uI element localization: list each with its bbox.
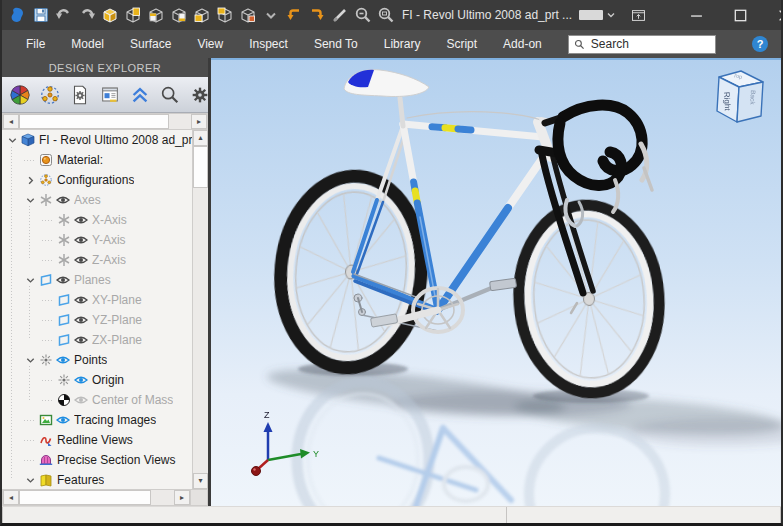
viewport-toggle-button[interactable] [616,0,660,30]
settings-button[interactable] [186,81,213,109]
cube-copy-button[interactable] [213,3,236,27]
layout-button[interactable] [96,81,123,109]
help-button[interactable]: ? [752,36,768,52]
cube-doc2-button[interactable] [167,3,190,27]
tree-item-features[interactable]: Features [2,470,192,489]
menu-library[interactable]: Library [371,30,434,58]
view-cube-right-label[interactable]: Back [749,90,757,106]
eye-icon[interactable] [72,374,89,386]
collapse-all-button[interactable] [126,81,153,109]
corner-undo-button[interactable] [282,3,305,27]
tree-item-z-axis[interactable]: Z-Axis [2,250,192,270]
menu-inspect[interactable]: Inspect [236,30,301,58]
cube-new-button[interactable] [98,3,121,27]
scroll-up-button[interactable]: ▴ [193,130,208,146]
chevron-down-button[interactable] [259,3,282,27]
eye-icon[interactable] [54,354,71,366]
tree-item-center-of-mass[interactable]: Center of Mass [2,390,192,410]
point-icon [37,353,54,368]
triad-z-label: Z [264,410,270,420]
tree-connector [24,440,36,441]
collapse-icon[interactable] [24,474,36,486]
tree-item-points[interactable]: Points [2,350,192,370]
measure-button[interactable] [328,3,351,27]
eye-icon[interactable] [72,234,89,246]
tree-item-configurations[interactable]: Configurations [2,170,192,190]
scrollbar-track [151,490,174,505]
eye-icon[interactable] [72,254,89,266]
cube-save-button[interactable] [190,3,213,27]
tree-horizontal-scrollbar[interactable]: ◂ ▸ [2,489,190,506]
tree-vertical-scrollbar[interactable]: ▴ ▾ [192,130,208,489]
tree-item-xy-plane[interactable]: XY-Plane [2,290,192,310]
eye-icon[interactable] [72,334,89,346]
tree-item-fi-revol-ultimo-2008-ad-prt[interactable]: FI - Revol Ultimo 2008 ad_prt [2,130,192,150]
tree-item-x-axis[interactable]: X-Axis [2,210,192,230]
scrollbar-thumb[interactable] [193,146,208,188]
undo-button[interactable] [52,3,75,27]
view-cube[interactable]: Right Back Top [717,71,763,122]
eye-icon[interactable] [54,274,71,286]
configurations-button[interactable] [36,81,63,109]
menu-script[interactable]: Script [433,30,490,58]
menu-view[interactable]: View [184,30,236,58]
status-bar [2,506,781,523]
app-button[interactable] [6,3,29,27]
cube-x-button[interactable] [236,3,259,27]
eye-icon[interactable] [54,194,71,206]
menu-add-on[interactable]: Add-on [490,30,555,58]
save-button[interactable] [29,3,52,27]
color-wheel-button[interactable] [6,81,33,109]
zoom-window-button[interactable] [374,3,397,27]
scroll-left-button[interactable]: ◂ [3,490,19,505]
scroll-right-button[interactable]: ▸ [174,490,190,505]
eye-icon[interactable] [72,214,89,226]
explorer-horizontal-scrollbar-top[interactable]: ◂ ▸ [2,113,208,130]
cube-doc-button[interactable] [144,3,167,27]
tree-item-tracing-images[interactable]: Tracing Images [2,410,192,430]
viewport-3d[interactable]: Right Back Top Z Y [211,58,781,506]
tree-item-planes[interactable]: Planes [2,270,192,290]
view-cube-front-label[interactable]: Right [722,92,732,112]
scrollbar-thumb[interactable] [19,114,169,129]
document-settings-button[interactable] [66,81,93,109]
eye-icon[interactable] [72,294,89,306]
tree-item-y-axis[interactable]: Y-Axis [2,230,192,250]
maximize-button[interactable] [718,0,762,30]
search-box[interactable] [568,35,716,54]
part-icon [19,133,36,148]
menu-send-to[interactable]: Send To [301,30,371,58]
scroll-down-button[interactable]: ▾ [193,473,208,489]
corner-redo-button[interactable] [305,3,328,27]
menu-surface[interactable]: Surface [117,30,184,58]
tree-item-axes[interactable]: Axes [2,190,192,210]
tree-item-yz-plane[interactable]: YZ-Plane [2,310,192,330]
menu-model[interactable]: Model [58,30,117,58]
minimize-button[interactable] [674,0,718,30]
scroll-right-button[interactable]: ▸ [191,114,207,129]
menu-file[interactable]: File [13,30,58,58]
zoom-out-button[interactable] [351,3,374,27]
close-button[interactable] [762,0,783,30]
eye-icon[interactable] [72,314,89,326]
tree-item-zx-plane[interactable]: ZX-Plane [2,330,192,350]
search-button[interactable] [156,81,183,109]
scroll-left-button[interactable]: ◂ [3,114,19,129]
redo-button[interactable] [75,3,98,27]
tree-connector [24,160,36,161]
tree-item-precise-section-views[interactable]: Precise Section Views [2,450,192,470]
eye-icon[interactable] [72,394,89,406]
collapse-icon[interactable] [24,354,36,366]
scrollbar-thumb[interactable] [19,490,151,505]
tree-item-origin[interactable]: Origin [2,370,192,390]
cube-open-button[interactable] [121,3,144,27]
collapse-icon[interactable] [6,134,18,146]
eye-icon[interactable] [54,414,71,426]
search-input[interactable] [589,36,710,52]
collapse-icon[interactable] [24,194,36,206]
tree-item-material[interactable]: Material: [2,150,192,170]
expand-icon[interactable] [24,174,36,186]
collapse-icon[interactable] [24,274,36,286]
tree-item-redline-views[interactable]: Redline Views [2,430,192,450]
document-switcher[interactable] [579,10,616,20]
